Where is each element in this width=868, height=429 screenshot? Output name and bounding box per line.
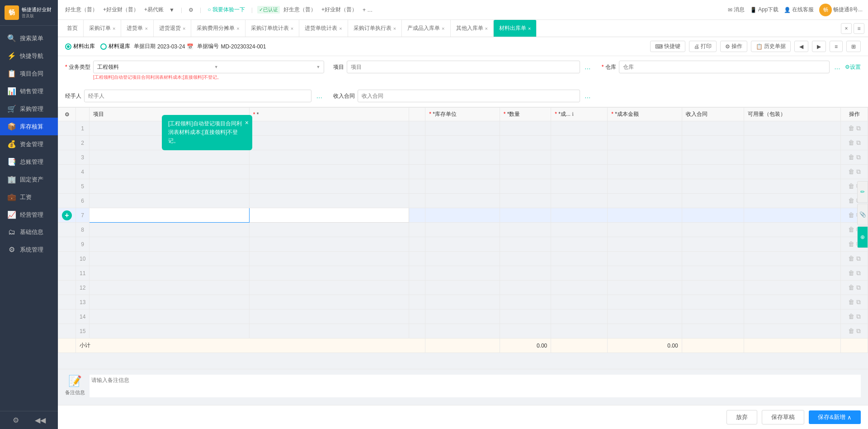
copy-row-icon[interactable]: ⧉ — [856, 139, 861, 147]
copy-row-icon[interactable]: ⧉ — [856, 284, 861, 291]
tab-close-icon[interactable]: × — [236, 26, 239, 31]
right-tool-edit-btn[interactable]: ✏ — [857, 181, 868, 203]
copy-row-icon[interactable]: ⧉ — [856, 313, 861, 320]
topbar-more-link[interactable]: + … — [361, 6, 374, 14]
settings-btn[interactable]: ⚙设置 — [845, 63, 861, 71]
project-dots-btn[interactable]: … — [583, 63, 593, 71]
copy-row-icon[interactable]: ⧉ — [856, 255, 861, 262]
sidebar-item-inventory[interactable]: 📦 库存核算 — [0, 118, 58, 135]
warehouse-dots-btn[interactable]: … — [832, 63, 842, 71]
sidebar-item-purchase[interactable]: 🛒 采购管理 — [0, 100, 58, 118]
save-new-button[interactable]: 保存&新增 ∧ — [809, 410, 861, 424]
topbar-settings-icon[interactable]: ⚙ — [187, 6, 195, 14]
add-row-btn[interactable]: + — [62, 210, 72, 220]
tab-finished-goods[interactable]: 产成品入库单 × — [402, 20, 450, 37]
copy-row-icon[interactable]: ⧉ — [856, 269, 861, 277]
copy-row-icon[interactable]: ⧉ — [856, 298, 861, 306]
income-contract-input[interactable] — [358, 90, 580, 102]
remarks-textarea[interactable] — [90, 375, 861, 397]
sidebar-item-basics[interactable]: 🗂 基础信息 — [0, 224, 58, 241]
delete-row-icon[interactable]: 🗑 — [848, 240, 854, 248]
row-quantity[interactable] — [500, 136, 551, 150]
topbar-dropdown-btn[interactable]: ▼ — [167, 6, 176, 14]
topbar-link-haoyecai2[interactable]: +好业财（普） — [320, 5, 359, 14]
view-list-btn[interactable]: ≡ — [830, 41, 843, 52]
tab-purchase-cost[interactable]: 采购费用分摊单 × — [191, 20, 245, 37]
topbar-link-dazhang[interactable]: +易代账 — [142, 5, 165, 14]
tab-home[interactable]: 首页 — [61, 20, 84, 37]
row-income-contract[interactable] — [682, 136, 744, 150]
sidebar-item-operations[interactable]: 📈 经营管理 — [0, 206, 58, 224]
topbar-message-btn[interactable]: ✉ 消息 — [728, 6, 745, 14]
operation-btn[interactable]: ⚙ 操作 — [720, 41, 747, 52]
tab-close-icon[interactable]: × — [183, 26, 185, 31]
row-quantity[interactable] — [500, 121, 551, 136]
row-warehouse[interactable] — [409, 136, 425, 150]
tab-goods-in[interactable]: 进货单 × — [121, 20, 153, 37]
tab-close-all-btn[interactable]: × — [841, 23, 852, 34]
sidebar-item-sales[interactable]: 📊 销售管理 — [0, 82, 58, 100]
row-unit[interactable] — [425, 136, 500, 150]
business-type-select[interactable]: 工程领料 ▼ — [93, 61, 324, 73]
tab-close-icon[interactable]: × — [485, 26, 488, 31]
tab-purchase-exec[interactable]: 采购订单执行表 × — [348, 20, 402, 37]
tab-purchase-order[interactable]: 采购订单 × — [84, 20, 121, 37]
active-row-project[interactable] — [90, 208, 249, 223]
row-cost-price[interactable] — [551, 136, 608, 150]
row-product[interactable] — [249, 136, 409, 150]
row-unit[interactable] — [425, 121, 500, 136]
sidebar-item-assets[interactable]: 🏢 固定资产 — [0, 171, 58, 188]
row-cost-price[interactable] — [551, 121, 608, 136]
delete-row-icon[interactable]: 🗑 — [848, 313, 854, 320]
row-warehouse[interactable] — [409, 121, 425, 136]
topbar-link-shengyi2[interactable]: 好生意（普） — [282, 5, 318, 14]
tab-close-icon[interactable]: × — [442, 26, 444, 31]
tab-close-icon[interactable]: × — [113, 26, 115, 31]
sidebar-item-accounting[interactable]: 📑 总账管理 — [0, 153, 58, 171]
nav-next-btn[interactable]: ▶ — [812, 41, 826, 52]
date-value[interactable]: 2023-03-24 — [157, 43, 185, 50]
discard-button[interactable]: 放弃 — [726, 410, 757, 424]
active-product-input[interactable] — [253, 212, 405, 219]
settings-header[interactable]: ⚙ — [58, 108, 76, 121]
topbar-online-service-btn[interactable]: 👤 在线客服 — [784, 6, 814, 14]
delete-row-icon[interactable]: 🗑 — [848, 139, 854, 147]
calendar-icon[interactable]: 📅 — [187, 43, 193, 50]
tab-close-icon[interactable]: × — [528, 26, 531, 31]
row-product[interactable] — [249, 121, 409, 136]
tab-goods-stats[interactable]: 进货单统计表 × — [299, 20, 348, 37]
copy-row-icon[interactable]: ⧉ — [856, 168, 861, 176]
nav-prev-btn[interactable]: ◀ — [794, 41, 808, 52]
tab-purchase-stats[interactable]: 采购订单统计表 × — [245, 20, 299, 37]
delete-row-icon[interactable]: 🗑 — [848, 124, 854, 132]
delete-row-icon[interactable]: 🗑 — [848, 255, 854, 262]
delete-row-icon[interactable]: 🗑 — [848, 327, 854, 335]
history-btn[interactable]: 📋 历史单据 — [751, 41, 791, 52]
topbar-app-download-btn[interactable]: 📱 App下载 — [750, 6, 778, 14]
handler-input[interactable] — [84, 90, 311, 102]
topbar-experience-link[interactable]: ○ 我要体验一下 — [206, 5, 247, 14]
copy-row-icon[interactable]: ⧉ — [856, 327, 861, 335]
topbar-link-shengyi[interactable]: 好生意（普） — [63, 5, 99, 14]
radio-material-return[interactable]: 材料退库 — [100, 43, 130, 50]
income-contract-dots-btn[interactable]: … — [583, 92, 593, 100]
topbar-link-haoyecai[interactable]: +好业财（普） — [101, 5, 141, 14]
active-project-input[interactable] — [93, 212, 245, 219]
delete-row-icon[interactable]: 🗑 — [848, 153, 854, 161]
delete-row-icon[interactable]: 🗑 — [848, 168, 854, 176]
delete-row-icon[interactable]: 🗑 — [848, 182, 854, 190]
row-available-qty[interactable] — [744, 121, 841, 136]
delete-row-icon[interactable]: 🗑 — [848, 211, 854, 219]
tab-goods-return[interactable]: 进货退货 × — [154, 20, 191, 37]
sidebar-item-search[interactable]: 🔍 搜索菜单 — [0, 29, 58, 47]
row-cost-amount[interactable] — [608, 136, 682, 150]
tab-list-btn[interactable]: ≡ — [854, 23, 864, 34]
project-input[interactable] — [347, 61, 580, 73]
tab-close-icon[interactable]: × — [145, 26, 147, 31]
save-draft-button[interactable]: 保存草稿 — [762, 410, 804, 424]
row-cost-amount[interactable] — [608, 121, 682, 136]
copy-row-icon[interactable]: ⧉ — [856, 124, 861, 132]
print-btn[interactable]: 🖨 打印 — [689, 41, 717, 52]
tab-close-icon[interactable]: × — [291, 26, 293, 31]
sidebar-item-quick[interactable]: ⚡ 快捷导航 — [0, 47, 58, 65]
